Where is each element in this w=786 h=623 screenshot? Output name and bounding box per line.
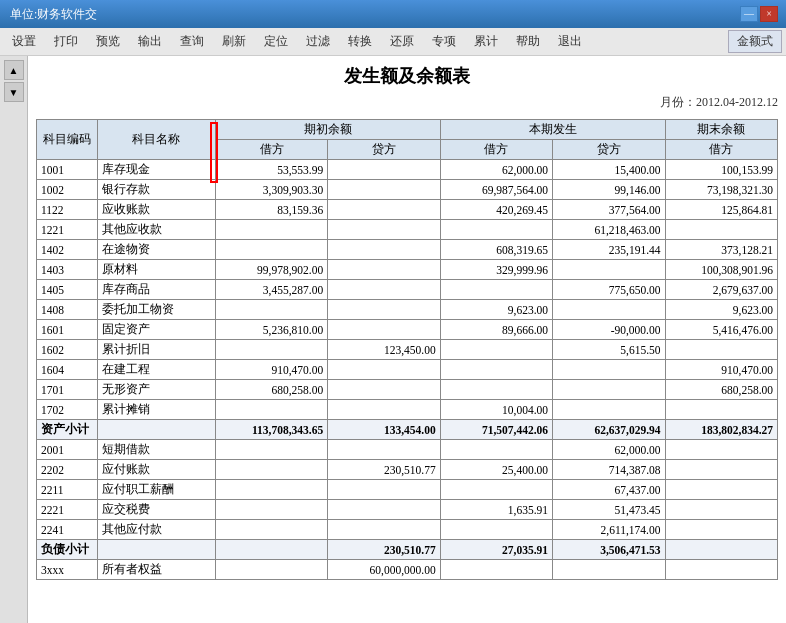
refresh-button[interactable]: 刷新 <box>214 31 254 53</box>
main-area: ▲ ▼ 发生额及余额表 月份：2012.04-2012.12 科目编码 科目名称… <box>0 56 786 623</box>
cell: 1002 <box>37 180 98 200</box>
query-button[interactable]: 查询 <box>172 31 212 53</box>
cell <box>440 340 552 360</box>
cell <box>440 480 552 500</box>
locate-button[interactable]: 定位 <box>256 31 296 53</box>
table-row: 资产小计113,708,343.65133,454.0071,507,442.0… <box>37 420 778 440</box>
th-qichu: 期初余额 <box>215 120 440 140</box>
mode-button[interactable]: 金额式 <box>728 30 782 53</box>
cell: 60,000,000.00 <box>328 560 440 580</box>
cell: 2221 <box>37 500 98 520</box>
cell: 1602 <box>37 340 98 360</box>
table-row: 1408委托加工物资9,623.009,623.00 <box>37 300 778 320</box>
cell <box>328 160 440 180</box>
nav-down-arrow[interactable]: ▼ <box>4 82 24 102</box>
toolbar: 设置 打印 预览 输出 查询 刷新 定位 过滤 转换 还原 专项 累计 帮助 退… <box>0 28 786 56</box>
cell: 51,473.45 <box>553 500 665 520</box>
table-row: 1402在途物资608,319.65235,191.44373,128.21 <box>37 240 778 260</box>
close-button[interactable]: × <box>760 6 778 22</box>
cell <box>215 560 327 580</box>
cell: 1,635.91 <box>440 500 552 520</box>
cell: 固定资产 <box>98 320 216 340</box>
output-button[interactable]: 输出 <box>130 31 170 53</box>
cumulate-button[interactable]: 累计 <box>466 31 506 53</box>
minimize-button[interactable]: — <box>740 6 758 22</box>
cell: 2211 <box>37 480 98 500</box>
cell: 230,510.77 <box>328 460 440 480</box>
restore-button[interactable]: 还原 <box>382 31 422 53</box>
cell <box>215 340 327 360</box>
cell: 1001 <box>37 160 98 180</box>
th-qi-d: 借方 <box>215 140 327 160</box>
cell <box>553 360 665 380</box>
cell <box>665 480 778 500</box>
cell: 608,319.65 <box>440 240 552 260</box>
win-controls[interactable]: — × <box>740 6 778 22</box>
cell: 62,000.00 <box>440 160 552 180</box>
filter-button[interactable]: 过滤 <box>298 31 338 53</box>
table-row: 1604在建工程910,470.00910,470.00 <box>37 360 778 380</box>
cell: 420,269.45 <box>440 200 552 220</box>
table-row: 1403原材料99,978,902.00329,999.96100,308,90… <box>37 260 778 280</box>
table-row: 2211应付职工薪酬67,437.00 <box>37 480 778 500</box>
special-button[interactable]: 专项 <box>424 31 464 53</box>
preview-button[interactable]: 预览 <box>88 31 128 53</box>
cell <box>328 220 440 240</box>
cell: 133,454.00 <box>328 420 440 440</box>
cell: 2,611,174.00 <box>553 520 665 540</box>
cell: 在建工程 <box>98 360 216 380</box>
cell: 5,615.50 <box>553 340 665 360</box>
th-name: 科目名称 <box>98 120 216 160</box>
cell: 累计折旧 <box>98 340 216 360</box>
cell <box>215 400 327 420</box>
convert-button[interactable]: 转换 <box>340 31 380 53</box>
cell: 373,128.21 <box>665 240 778 260</box>
cell: 775,650.00 <box>553 280 665 300</box>
cell <box>328 240 440 260</box>
cell: 235,191.44 <box>553 240 665 260</box>
cell: 资产小计 <box>37 420 98 440</box>
help-button[interactable]: 帮助 <box>508 31 548 53</box>
cell <box>553 300 665 320</box>
cell: 1405 <box>37 280 98 300</box>
cell: 短期借款 <box>98 440 216 460</box>
cell: 89,666.00 <box>440 320 552 340</box>
cell: 69,987,564.00 <box>440 180 552 200</box>
exit-button[interactable]: 退出 <box>550 31 590 53</box>
cell: 15,400.00 <box>553 160 665 180</box>
cell: 2001 <box>37 440 98 460</box>
cell: 25,400.00 <box>440 460 552 480</box>
cell: 1221 <box>37 220 98 240</box>
cell: 库存商品 <box>98 280 216 300</box>
cell: 99,978,902.00 <box>215 260 327 280</box>
cell <box>665 540 778 560</box>
cell: -90,000.00 <box>553 320 665 340</box>
cell: 5,236,810.00 <box>215 320 327 340</box>
cell <box>328 380 440 400</box>
table-row: 2202应付账款230,510.7725,400.00714,387.08 <box>37 460 778 480</box>
cell <box>328 260 440 280</box>
cell <box>328 280 440 300</box>
cell: 61,218,463.00 <box>553 220 665 240</box>
left-nav: ▲ ▼ <box>0 56 28 623</box>
cell: 1403 <box>37 260 98 280</box>
nav-up-arrow[interactable]: ▲ <box>4 60 24 80</box>
cell <box>665 520 778 540</box>
cell: 无形资产 <box>98 380 216 400</box>
print-button[interactable]: 打印 <box>46 31 86 53</box>
cell: 3,309,903.30 <box>215 180 327 200</box>
cell: 累计摊销 <box>98 400 216 420</box>
cell: 3xxx <box>37 560 98 580</box>
table-row: 1701无形资产680,258.00680,258.00 <box>37 380 778 400</box>
settings-button[interactable]: 设置 <box>4 31 44 53</box>
cell <box>328 180 440 200</box>
cell <box>665 460 778 480</box>
cell <box>440 220 552 240</box>
cell: 1702 <box>37 400 98 420</box>
table-row: 2001短期借款62,000.00 <box>37 440 778 460</box>
cell <box>328 480 440 500</box>
cell: 1604 <box>37 360 98 380</box>
th-ben-d: 借方 <box>440 140 552 160</box>
table-row: 1702累计摊销10,004.00 <box>37 400 778 420</box>
cell <box>215 480 327 500</box>
